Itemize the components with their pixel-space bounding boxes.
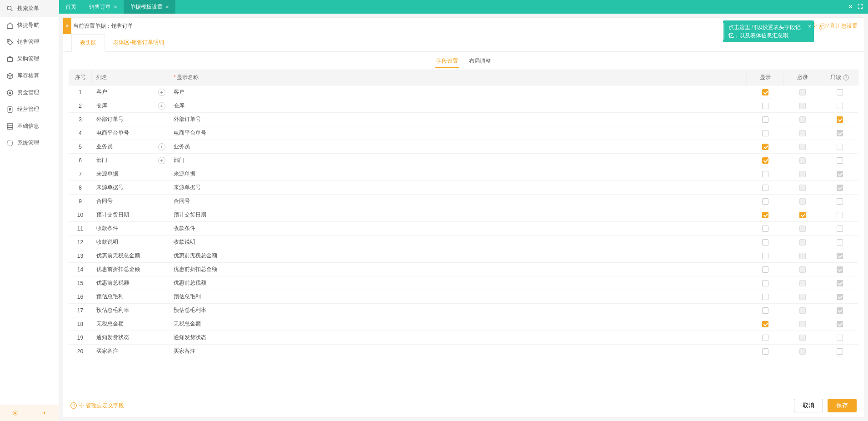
sidebar-item-1[interactable]: 快捷导航 [0, 17, 59, 34]
expand-icon[interactable] [63, 18, 71, 34]
sidebar-item-3[interactable]: 采购管理 [0, 50, 59, 67]
checkbox[interactable] [762, 266, 768, 273]
mode-tab-0[interactable]: 字段设置 [435, 55, 459, 68]
checkbox[interactable] [837, 198, 843, 205]
checkbox[interactable] [837, 335, 843, 341]
add-icon[interactable]: + [158, 143, 165, 150]
help-icon[interactable]: ? [843, 75, 849, 80]
custom-fields-link[interactable]: ? 管理自定义字段 [70, 402, 124, 410]
close-all-icon[interactable]: × [848, 3, 853, 11]
field-table[interactable]: 序号 列名 *显示名称 显示 必录 只读? 1客户+客户2仓库+仓库3外部订单号… [69, 70, 858, 394]
checkbox[interactable] [762, 321, 768, 327]
sidebar-item-2[interactable]: 销售管理 [0, 34, 59, 50]
display-name-cell[interactable]: 收款条件 [169, 222, 747, 236]
checkbox[interactable] [837, 89, 843, 95]
checkbox[interactable] [762, 212, 768, 218]
checkbox [837, 321, 843, 327]
display-name-cell[interactable]: 合同号 [169, 195, 747, 208]
display-name-cell[interactable]: 通知发货状态 [169, 331, 747, 345]
checkbox[interactable] [762, 198, 768, 205]
add-icon[interactable]: + [158, 89, 165, 96]
display-name-cell[interactable]: 收款说明 [169, 236, 747, 249]
checkbox[interactable] [762, 116, 768, 123]
bag-icon [6, 55, 14, 63]
sidebar-item-6[interactable]: 经营管理 [0, 101, 59, 118]
checkbox[interactable] [837, 226, 843, 232]
table-row: 10预计交货日期预计交货日期 [69, 208, 858, 222]
sidebar-item-0[interactable]: 搜索菜单 [0, 0, 59, 17]
area-tab-1[interactable]: 表体区-销售订单明细 [105, 34, 172, 51]
cancel-button[interactable]: 取消 [794, 399, 823, 412]
display-name-cell[interactable]: 买家备注 [169, 345, 747, 358]
checkbox[interactable] [837, 239, 843, 246]
display-name-cell[interactable]: 优惠前无税总金额 [169, 249, 747, 263]
checkbox[interactable] [762, 280, 768, 286]
checkbox[interactable] [799, 212, 806, 218]
checkbox[interactable] [762, 157, 768, 164]
collapse-icon[interactable] [30, 405, 59, 421]
content-panel: 当前设置单据：销售订单 点击这里,可以设置表头字段记忆，以及表体信息汇总哦 × … [63, 17, 864, 417]
display-name-cell[interactable]: 来源单据号 [169, 181, 747, 195]
checkbox[interactable] [762, 307, 768, 314]
display-name-cell[interactable]: 外部订单号 [169, 113, 747, 126]
sidebar-item-label: 搜索菜单 [17, 5, 39, 12]
tab-2[interactable]: 单据模板设置✕ [124, 0, 175, 14]
sidebar-item-7[interactable]: 基础信息 [0, 118, 59, 135]
checkbox[interactable] [762, 144, 768, 150]
display-name-cell[interactable]: 部门 [169, 154, 747, 167]
display-name-cell[interactable]: 无税总金额 [169, 317, 747, 331]
checkbox[interactable] [837, 116, 843, 123]
checkbox[interactable] [762, 89, 768, 95]
checkbox[interactable] [762, 253, 768, 259]
display-name-cell[interactable]: 来源单据 [169, 167, 747, 181]
checkbox[interactable] [762, 226, 768, 232]
tab-0[interactable]: 首页 [59, 0, 83, 14]
display-name-cell[interactable]: 预估总毛利率 [169, 304, 747, 317]
col-required: 必录 [784, 70, 821, 85]
checkbox[interactable] [837, 212, 843, 218]
add-icon[interactable]: + [158, 157, 165, 164]
display-name-cell[interactable]: 预计交货日期 [169, 208, 747, 222]
checkbox[interactable] [837, 348, 843, 355]
fullscreen-icon[interactable] [857, 3, 863, 11]
checkbox[interactable] [762, 348, 768, 355]
sidebar-item-8[interactable]: 系统管理 [0, 135, 59, 151]
checkbox [837, 130, 843, 136]
checkbox[interactable] [762, 130, 768, 136]
checkbox[interactable] [762, 171, 768, 177]
checkbox[interactable] [762, 239, 768, 246]
table-row: 4电商平台单号电商平台单号 [69, 126, 858, 140]
table-row: 20买家备注买家备注 [69, 345, 858, 358]
checkbox [799, 321, 806, 327]
display-name-cell[interactable]: 优惠前总税额 [169, 276, 747, 290]
checkbox[interactable] [837, 144, 843, 150]
checkbox[interactable] [762, 103, 768, 109]
area-tab-0[interactable]: 表头区 [71, 34, 105, 52]
checkbox[interactable] [837, 103, 843, 109]
checkbox[interactable] [762, 335, 768, 341]
close-icon[interactable]: ✕ [165, 5, 169, 10]
svg-point-6 [7, 140, 13, 146]
checkbox [799, 130, 806, 136]
checkbox[interactable] [762, 294, 768, 300]
memory-settings-link[interactable]: 记忆和汇总设置 [811, 22, 858, 30]
table-row: 14优惠前折扣总金额优惠前折扣总金额 [69, 263, 858, 276]
display-name-cell[interactable]: 电商平台单号 [169, 126, 747, 140]
mode-tab-1[interactable]: 布局调整 [468, 55, 492, 68]
tab-1[interactable]: 销售订单✕ [83, 0, 124, 14]
display-name-cell[interactable]: 仓库 [169, 99, 747, 113]
display-name-cell[interactable]: 预估总毛利 [169, 290, 747, 304]
save-button[interactable]: 保存 [828, 399, 857, 412]
display-name-cell[interactable]: 客户 [169, 85, 747, 99]
checkbox[interactable] [762, 185, 768, 191]
sidebar-item-5[interactable]: 资金管理 [0, 84, 59, 101]
display-name-cell[interactable]: 优惠前折扣总金额 [169, 263, 747, 276]
display-name-cell[interactable]: 业务员 [169, 140, 747, 154]
close-icon[interactable]: × [808, 22, 811, 30]
sidebar-item-4[interactable]: 库存核算 [0, 67, 59, 84]
tab-bar: 首页销售订单✕单据模板设置✕ × [59, 0, 868, 14]
checkbox[interactable] [837, 157, 843, 164]
settings-icon[interactable] [0, 405, 30, 421]
add-icon[interactable]: + [158, 102, 165, 110]
close-icon[interactable]: ✕ [114, 5, 117, 10]
